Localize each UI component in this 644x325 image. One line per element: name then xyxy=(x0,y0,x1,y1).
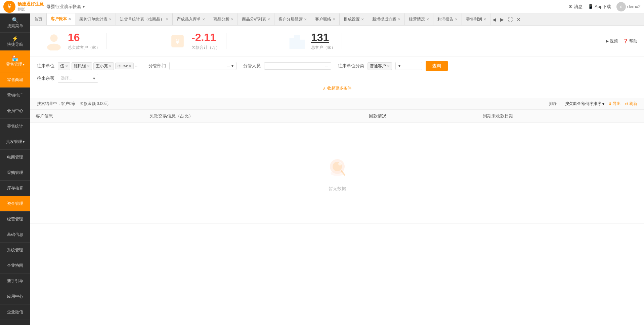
tag-cjttcw-close[interactable]: ✕ xyxy=(129,64,131,68)
sidebar-item-retail-mall[interactable]: 零售商城 xyxy=(0,72,30,88)
sidebar-item-purchase[interactable]: 采购管理 xyxy=(0,165,30,181)
sidebar-item-inventory[interactable]: 库存核算 xyxy=(0,181,30,196)
data-table: 客户信息 欠款交易信息（占比） 回款情况 到期未收款日期 xyxy=(30,110,644,224)
tab-maximize[interactable]: ⛶ xyxy=(506,13,515,26)
tag-wang-close[interactable]: ✕ xyxy=(109,64,112,68)
filter-collapse-btn[interactable]: ∧ 收起更多条件 xyxy=(323,85,351,91)
tab-product-analysis-list-close[interactable]: ✕ xyxy=(267,17,270,21)
tab-commission-settings[interactable]: 提成设置 ✕ xyxy=(340,13,368,26)
stats-row-right: ▶ 视频 ❓ 帮助 xyxy=(606,38,637,44)
sidebar-item-finance[interactable]: 资金管理 xyxy=(0,196,30,212)
sidebar-wechat-label: 企业微信 xyxy=(0,309,30,315)
tag-wu-text: 伍 xyxy=(60,63,64,69)
app-download-btn[interactable]: 📱 App下载 xyxy=(588,4,611,10)
sidebar-item-app-center[interactable]: 应用中心 xyxy=(0,289,30,304)
tag-normal-customer-close[interactable]: ✕ xyxy=(387,64,390,68)
filter-remainder-label: 往来余额 xyxy=(37,75,54,81)
message-icon: ✉ xyxy=(569,4,572,9)
workspace-name: 母婴行业演示帐套 xyxy=(46,4,81,10)
logo-text-area: 畅捷通好生意 标版 xyxy=(17,1,44,12)
tab-retail-profit[interactable]: 零售利润 ✕ xyxy=(462,13,490,26)
tab-product-analysis[interactable]: 商品分析 ✕ xyxy=(209,13,238,26)
tab-profit-report[interactable]: 利润报告 ✕ xyxy=(433,13,462,26)
tab-commission-settings-close[interactable]: ✕ xyxy=(361,17,364,21)
tab-purchase-order-stats[interactable]: 采购订单统计表 ✕ xyxy=(75,13,116,26)
filter-remainder-select[interactable]: 选择... ▾ xyxy=(58,74,98,83)
sidebar-item-system[interactable]: 系统管理 xyxy=(0,243,30,258)
top-bar-right: ✉ 消息 📱 App下载 d demo2 xyxy=(569,2,641,11)
export-btn[interactable]: ⬇ 导出 xyxy=(608,101,621,107)
user-menu[interactable]: d demo2 xyxy=(616,2,641,11)
sidebar-operations-label: 经营管理 xyxy=(0,216,30,222)
sidebar-item-basic-info[interactable]: 基础信息 xyxy=(0,227,30,243)
filter-more-tags[interactable]: ··· xyxy=(135,64,138,68)
video-btn[interactable]: ▶ 视频 xyxy=(606,38,618,44)
query-button[interactable]: 查询 xyxy=(426,61,448,71)
sidebar-retail-mall-label: 零售商城 xyxy=(0,77,30,83)
tab-nav-next[interactable]: ▶ xyxy=(498,13,506,26)
filter-dept-label: 分管部门 xyxy=(148,63,166,69)
debt-icon: ¥ xyxy=(167,31,187,51)
sidebar-item-guide[interactable]: 新手引导 xyxy=(0,274,30,289)
sidebar-item-marketing[interactable]: 营销推广 xyxy=(0,88,30,103)
tab-customer-ledger-label: 客户账本 xyxy=(51,16,67,22)
tab-new-commission-close[interactable]: ✕ xyxy=(398,17,400,21)
sidebar-item-member[interactable]: 会员中心 xyxy=(0,103,30,119)
workspace-selector[interactable]: 母婴行业演示帐套 ▾ xyxy=(46,4,85,10)
tab-customer-ledger-close[interactable]: ✕ xyxy=(68,17,71,21)
filter-manager-label: 分管人员 xyxy=(243,63,261,69)
tab-inbound-stats-close[interactable]: ✕ xyxy=(166,17,168,21)
filter-manager-select[interactable]: ··· xyxy=(264,62,331,70)
tab-product-analysis-list[interactable]: 商品分析列表 ✕ xyxy=(238,13,274,26)
filter-category-select[interactable]: ▾ xyxy=(395,62,422,70)
tab-product-analysis-close[interactable]: ✕ xyxy=(231,17,233,21)
sidebar-item-retail[interactable]: 🏪 零售管理 ▾ xyxy=(0,50,30,72)
sidebar-retail-stats-label: 零售统计 xyxy=(0,123,30,129)
tab-operations-close[interactable]: ✕ xyxy=(426,17,429,21)
tab-inbound-stats[interactable]: 进货单统计表（按商品） ✕ xyxy=(116,13,173,26)
tab-customer-tier[interactable]: 客户分层经营 ✕ xyxy=(274,13,311,26)
tab-restore[interactable]: ✕ xyxy=(515,13,523,26)
tag-cjttcw-text: cjttcw xyxy=(118,64,128,68)
tab-profit-report-close[interactable]: ✕ xyxy=(455,17,458,21)
tab-retail-profit-close[interactable]: ✕ xyxy=(483,17,486,21)
sidebar-item-search[interactable]: 🔍 搜索菜单 xyxy=(0,13,30,33)
tab-operations[interactable]: 经营情况 ✕ xyxy=(405,13,433,26)
avatar: d xyxy=(616,2,626,11)
sidebar-item-operations[interactable]: 经营管理 xyxy=(0,212,30,227)
logo-area: ¥ 畅捷通好生意 标版 xyxy=(3,1,44,13)
filter-dept-select[interactable]: ··· ▾ xyxy=(169,62,237,70)
tab-customer-contact[interactable]: 客户联络 ✕ xyxy=(311,13,340,26)
tag-wu-close[interactable]: ✕ xyxy=(65,64,68,68)
sidebar-item-ecommerce[interactable]: 电商管理 xyxy=(0,150,30,165)
tag-chen-close[interactable]: ✕ xyxy=(87,64,90,68)
sort-select[interactable]: 按欠款金额倒序排序 ▾ xyxy=(565,101,604,107)
filter-tag-cjttcw: cjttcw ✕ xyxy=(115,63,134,69)
tab-customer-ledger[interactable]: 客户账本 ✕ xyxy=(47,13,75,26)
sidebar-item-wholesale[interactable]: 批发管理 ▾ xyxy=(0,134,30,150)
refresh-btn[interactable]: ↺ 刷新 xyxy=(625,101,637,107)
tab-home-label: 首页 xyxy=(34,16,42,22)
tab-customer-tier-close[interactable]: ✕ xyxy=(304,17,307,21)
table-body: 暂无数据 xyxy=(30,123,644,224)
logo-icon: ¥ xyxy=(3,1,15,13)
tab-customer-contact-close[interactable]: ✕ xyxy=(333,17,335,21)
chevron-up-icon: ∧ xyxy=(323,86,326,91)
message-btn[interactable]: ✉ 消息 xyxy=(569,4,583,10)
stat-debt-label: 欠款合计（万） xyxy=(191,45,220,50)
help-btn[interactable]: ❓ 帮助 xyxy=(623,38,637,44)
tab-product-inbound[interactable]: 产成品入库单 ✕ xyxy=(173,13,209,26)
sidebar-item-retail-stats[interactable]: 零售统计 xyxy=(0,119,30,134)
sidebar-item-enterprise[interactable]: 企业协同 xyxy=(0,258,30,274)
stat-debt-amount: ¥ -2.11 欠款合计（万） xyxy=(114,31,233,51)
sidebar-item-vip[interactable]: 畅会员 xyxy=(0,320,30,325)
tab-nav-prev[interactable]: ◀ xyxy=(490,13,498,26)
tab-product-inbound-close[interactable]: ✕ xyxy=(202,17,205,21)
tab-purchase-order-stats-close[interactable]: ✕ xyxy=(109,17,112,21)
tab-new-commission[interactable]: 新增提成方案 ✕ xyxy=(368,13,405,26)
tab-home[interactable]: 首页 xyxy=(30,13,47,26)
filter-category-tags: 普通客户 ✕ xyxy=(368,62,392,70)
filter-row-2: 往来余额 选择... ▾ xyxy=(37,74,637,83)
sidebar-item-quick-nav[interactable]: ⚡ 快捷导航 xyxy=(0,33,30,50)
sidebar-item-wechat[interactable]: 企业微信 xyxy=(0,304,30,320)
